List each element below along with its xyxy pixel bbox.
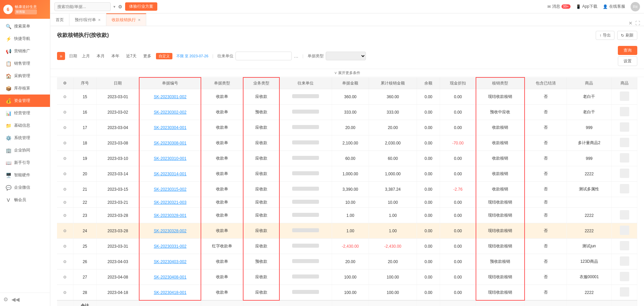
cell-settings[interactable]: ⚙ — [57, 120, 73, 135]
company-filter-dots[interactable]: ... — [294, 53, 298, 59]
solution-button[interactable]: 体验行业方案 — [125, 2, 157, 11]
sidebar-item-wechat[interactable]: 💬企业微信 — [0, 181, 50, 194]
sidebar-item-basic[interactable]: 📁基础信息 — [0, 119, 50, 132]
sidebar-item-finance[interactable]: 💰资金管理 — [0, 95, 50, 107]
sidebar-item-system[interactable]: ⚙️系统管理 — [0, 132, 50, 144]
topbar: ▾ ⚙ 体验行业方案 ✉ 消息 99+ 📱 App下载 👤 在线客服 Rit — [50, 0, 644, 13]
message-action[interactable]: ✉ 消息 99+ — [547, 4, 571, 9]
company-filter-input[interactable] — [235, 52, 292, 60]
cell-product — [567, 197, 612, 208]
sidebar-gear-icon[interactable]: ⚙ — [3, 296, 8, 303]
cell-bill_no[interactable]: SK-20230308-001 — [139, 135, 201, 151]
main-content: ▾ ⚙ 体验行业方案 ✉ 消息 99+ 📱 App下载 👤 在线客服 Rit 首… — [50, 0, 644, 306]
tab-home[interactable]: 首页 — [50, 13, 69, 26]
cell-product_img — [612, 254, 637, 269]
page-content: 收款核销执行(按收款) ↑ 导出 ↻ 刷新 » 日期 上月本月 — [50, 26, 644, 306]
query-button[interactable]: 查询 — [618, 46, 637, 55]
tab-collect[interactable]: 收款核销执行✕ — [106, 13, 146, 26]
totals-cell-14 — [612, 300, 637, 306]
cell-date: 2023-03-15 — [97, 182, 140, 197]
quick-date-btn-0[interactable]: 上月 — [79, 53, 93, 60]
cell-amount: 1.00 — [332, 208, 369, 223]
close-all-icon[interactable]: ✕ — [629, 20, 633, 26]
cell-settings[interactable]: ⚙ — [57, 239, 73, 254]
cell-amount: 20.00 — [332, 120, 369, 135]
tab-prepay[interactable]: 预付/应付单✕ — [69, 13, 106, 26]
sidebar-item-marketing[interactable]: 📢营销推广 — [0, 45, 50, 57]
cell-no: 17 — [73, 120, 96, 135]
sidebar-item-inventory[interactable]: 📦库存核算 — [0, 82, 50, 95]
user-avatar[interactable]: Rit — [631, 2, 640, 11]
quick-date-btn-2[interactable]: 本年 — [109, 53, 122, 60]
cell-settings[interactable]: ⚙ — [57, 254, 73, 269]
sidebar-item-quick[interactable]: ⚡快捷导航 — [0, 33, 50, 45]
cell-settings[interactable]: ⚙ — [57, 223, 73, 239]
cell-accumulated: 1,000.00 — [369, 166, 417, 182]
expand-more-button[interactable]: ∨ 展开更多条件 — [334, 70, 360, 75]
quick-date-btn-4[interactable]: 更多 — [141, 53, 154, 60]
cell-bill_no[interactable]: SK-20230418-001 — [139, 285, 201, 301]
sidebar-item-purchase[interactable]: 🏠采购管理 — [0, 70, 50, 82]
sidebar-item-corp[interactable]: 🏢企业协同 — [0, 144, 50, 157]
col-header-biz_type: 业务类型 — [243, 77, 279, 89]
export-button[interactable]: ↑ 导出 — [596, 31, 614, 40]
sidebar-item-search[interactable]: 🔍搜索菜单 — [0, 20, 50, 33]
cell-bill_no[interactable]: SK-20230321-003 — [139, 197, 201, 208]
billtype-filter-select[interactable] — [326, 52, 366, 60]
cell-amount: 3,390.00 — [332, 182, 369, 197]
quick-date-btn-3[interactable]: 近7天 — [123, 53, 139, 60]
cell-bill_no[interactable]: SK-20230301-002 — [139, 89, 201, 105]
settings-button[interactable]: 设置 — [618, 56, 637, 66]
cell-settings[interactable]: ⚙ — [57, 135, 73, 151]
cell-product_img — [612, 135, 637, 151]
cell-bill_no[interactable]: SK-20230310-001 — [139, 151, 201, 166]
tab-close-prepay[interactable]: ✕ — [98, 18, 101, 22]
cell-bill_no[interactable]: SK-20230315-002 — [139, 182, 201, 197]
cell-bill_no[interactable]: SK-20230304-001 — [139, 120, 201, 135]
cell-bill_no[interactable]: SK-20230403-002 — [139, 254, 201, 269]
cell-bill_no[interactable]: SK-20230328-002 — [139, 223, 201, 239]
col-header-include_settled: 包含已结清 — [525, 77, 567, 89]
sidebar-item-guide[interactable]: 📖新手引导 — [0, 157, 50, 169]
sidebar-item-member[interactable]: V畅会员 — [0, 194, 50, 206]
online-service-action[interactable]: 👤 在线客服 — [603, 4, 625, 9]
sidebar-item-operation[interactable]: 📊经营管理 — [0, 107, 50, 119]
cell-settings[interactable]: ⚙ — [57, 89, 73, 105]
quick-date-btn-1[interactable]: 本月 — [94, 53, 107, 60]
sidebar-item-hardware[interactable]: 🖥️智能硬件 — [0, 169, 50, 181]
cell-product_img — [612, 105, 637, 120]
cell-settings[interactable]: ⚙ — [57, 269, 73, 285]
cell-settings[interactable]: ⚙ — [57, 285, 73, 301]
cell-bill_no[interactable]: SK-20230331-002 — [139, 239, 201, 254]
cell-cancel_type: 现结收款核销 — [476, 89, 525, 105]
cell-accumulated: 3,387.24 — [369, 182, 417, 197]
company-masked — [292, 290, 319, 294]
dropdown-arrow-icon[interactable]: ▾ — [113, 4, 115, 9]
sidebar-collapse-icon[interactable]: ◀◀ — [11, 296, 19, 303]
refresh-button[interactable]: ↻ 刷新 — [617, 31, 637, 40]
cell-bill_no[interactable]: SK-20230408-001 — [139, 269, 201, 285]
cell-settings[interactable]: ⚙ — [57, 151, 73, 166]
sidebar-item-sales[interactable]: 📋销售管理 — [0, 57, 50, 70]
cell-discount: 0.00 — [440, 151, 476, 166]
filter-toggle-button[interactable]: » — [57, 52, 65, 60]
cell-settings[interactable]: ⚙ — [57, 208, 73, 223]
tab-close-collect[interactable]: ✕ — [138, 18, 141, 22]
totals-cell-2 — [97, 300, 140, 306]
cell-settings[interactable]: ⚙ — [57, 182, 73, 197]
cell-bill_no[interactable]: SK-20230302-002 — [139, 105, 201, 120]
cell-settings[interactable]: ⚙ — [57, 166, 73, 182]
custom-date-button[interactable]: 自定义 — [156, 53, 172, 59]
cell-bill_no[interactable]: SK-20230314-001 — [139, 166, 201, 182]
cell-amount: 60.00 — [332, 151, 369, 166]
cell-settings[interactable]: ⚙ — [57, 197, 73, 208]
sidebar-icon-sales: 📋 — [5, 61, 11, 66]
expand-icon[interactable]: ⛶ — [635, 20, 640, 26]
cell-bill_no[interactable]: SK-20230328-001 — [139, 208, 201, 223]
cell-settings[interactable]: ⚙ — [57, 105, 73, 120]
sidebar-icon-quick: ⚡ — [5, 36, 11, 42]
app-download-action[interactable]: 📱 App下载 — [576, 4, 597, 9]
topbar-gear-icon[interactable]: ⚙ — [118, 4, 122, 9]
cell-include_settled: 否 — [525, 135, 567, 151]
search-input[interactable] — [54, 2, 111, 11]
